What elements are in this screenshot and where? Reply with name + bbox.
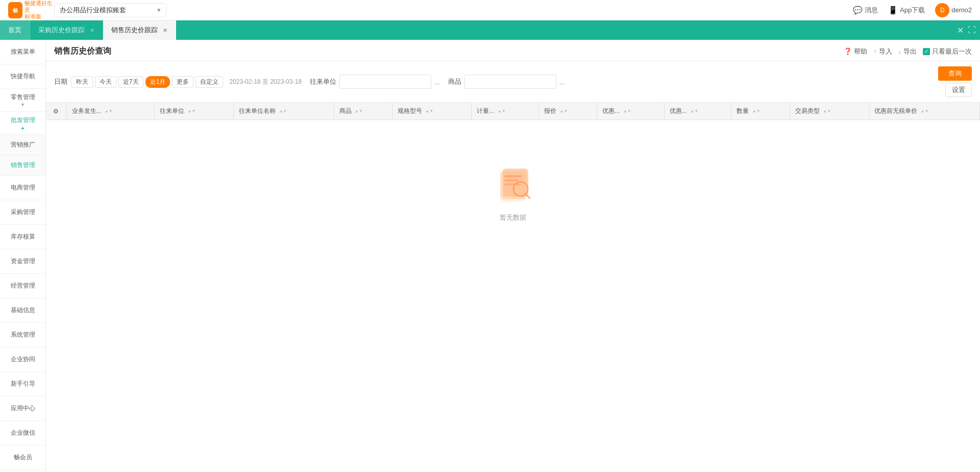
page-header: 销售历史价查询 ❓ 帮助 ↑ 导入 ↓ 导出 ✓	[46, 40, 980, 61]
table-col-unit[interactable]: 计量... ▲▼	[472, 103, 539, 120]
table-col-discount1[interactable]: 优惠... ▲▼	[597, 103, 665, 120]
sort-icon-discount1: ▲▼	[623, 109, 631, 113]
top-right: 💬 消息 📱 App下载 D demo2	[853, 3, 972, 17]
table-col-quantity[interactable]: 数量 ▲▼	[731, 103, 790, 120]
query-button[interactable]: 查询	[938, 66, 972, 81]
goods-filter-group: 商品 ...	[448, 75, 565, 89]
svg-rect-7	[504, 183, 521, 185]
sort-icon-goods: ▲▼	[355, 109, 363, 113]
sort-icon-discount2: ▲▼	[690, 109, 698, 113]
tab-sales-close-icon[interactable]: ✕	[163, 27, 167, 34]
table-col-settings[interactable]: ⚙	[46, 103, 66, 120]
table-col-trade-type[interactable]: 交易类型 ▲▼	[790, 103, 869, 120]
sidebar-item-enterprise-collab[interactable]: 企业协同	[0, 347, 45, 372]
download-icon: 📱	[888, 6, 898, 15]
sidebar: 搜索菜单 快捷导航 零售管理 ▾ 批发管理 ▴ 营销推广 销售管理 电商管理 采…	[0, 40, 46, 472]
app-selector[interactable]: 办公用品行业模拟账套 ▾	[54, 3, 166, 17]
only-last-checkbox[interactable]: ✓ 只看最后一次	[923, 47, 972, 56]
avatar: D	[935, 3, 949, 17]
sidebar-member-label: 畅会员	[14, 453, 32, 462]
tab-close-all-button[interactable]: ✕	[957, 26, 964, 35]
tab-bar: 首页 采购历史价跟踪 ✕ 销售历史价跟踪 ✕ ✕ ⛶	[0, 20, 980, 40]
app-download-button[interactable]: 📱 App下载	[888, 6, 925, 15]
table-col-partner-code[interactable]: 往来单位 ▲▼	[154, 103, 233, 120]
logo-icon: 畅	[8, 2, 22, 18]
tab-home[interactable]: 首页	[0, 20, 30, 40]
sidebar-item-finance[interactable]: 资金管理	[0, 249, 45, 274]
sidebar-item-new-guide[interactable]: 新手引导	[0, 372, 45, 396]
import-button[interactable]: ↑ 导入	[873, 47, 892, 56]
sidebar-system-label: 系统管理	[11, 331, 35, 339]
svg-rect-6	[504, 179, 519, 181]
goods-input[interactable]	[464, 75, 556, 89]
tab-purchase-label: 采购历史价跟踪	[38, 26, 85, 35]
tab-sales-history[interactable]: 销售历史价跟踪 ✕	[103, 20, 176, 40]
user-menu[interactable]: D demo2	[935, 3, 972, 17]
table-col-price[interactable]: 报价 ▲▼	[538, 103, 597, 120]
tab-purchase-close-icon[interactable]: ✕	[90, 27, 94, 34]
sidebar-inventory-label: 库存核算	[11, 232, 35, 241]
sidebar-item-inventory[interactable]: 库存核算	[0, 225, 45, 249]
table-col-partner-name[interactable]: 往来单位名称 ▲▼	[234, 103, 334, 120]
date-btn-custom[interactable]: 自定义	[195, 76, 223, 88]
sort-icon-partner-code: ▲▼	[187, 109, 195, 113]
sort-icon-price: ▲▼	[559, 109, 568, 113]
tab-purchase-history[interactable]: 采购历史价跟踪 ✕	[30, 20, 103, 40]
table-col-spec[interactable]: 规格型号 ▲▼	[393, 103, 472, 120]
settings-icon: ⚙	[53, 108, 59, 115]
goods-dots-button[interactable]: ...	[559, 78, 565, 86]
table-header-row: ⚙ 业务发生... ▲▼ 往来单位 ▲▼ 往来单位名称	[46, 103, 980, 120]
sidebar-item-purchase[interactable]: 采购管理	[0, 200, 45, 225]
partner-input[interactable]	[339, 75, 431, 89]
sidebar-item-operations[interactable]: 经营管理	[0, 274, 45, 298]
settings-button[interactable]: 设置	[945, 83, 972, 97]
home-tab-label: 首页	[8, 26, 21, 35]
date-btn-today[interactable]: 今天	[95, 76, 116, 88]
sidebar-item-search-menu[interactable]: 搜索菜单	[0, 40, 45, 64]
empty-state: 暂无数据	[46, 120, 980, 263]
message-button[interactable]: 💬 消息	[853, 6, 878, 15]
date-btn-last1m[interactable]: 近1月	[145, 76, 170, 88]
sidebar-item-ecommerce[interactable]: 电商管理	[0, 176, 45, 200]
sidebar-item-quick-nav[interactable]: 快捷导航	[0, 64, 45, 89]
date-filter-group: 日期 昨天 今天 近7天 近1月 更多 自定义 2023-02-18 至 202…	[54, 76, 302, 88]
svg-rect-5	[504, 175, 522, 177]
help-button[interactable]: ❓ 帮助	[844, 47, 867, 56]
table-col-biz-date[interactable]: 业务发生... ▲▼	[66, 103, 154, 120]
sidebar-item-app-center[interactable]: 应用中心	[0, 396, 45, 421]
sidebar-item-sales-mgmt[interactable]: 销售管理	[0, 155, 45, 176]
sidebar-basicinfo-label: 基础信息	[11, 306, 35, 315]
sidebar-item-member[interactable]: 畅会员	[0, 445, 45, 470]
tab-maximize-button[interactable]: ⛶	[968, 26, 976, 35]
table-col-goods[interactable]: 商品 ▲▼	[334, 103, 392, 120]
date-btn-more[interactable]: 更多	[172, 76, 193, 88]
sidebar-item-basic-info[interactable]: 基础信息	[0, 298, 45, 323]
date-buttons: 昨天 今天 近7天 近1月 更多 自定义	[71, 76, 223, 88]
sidebar-item-marketing[interactable]: 营销推广	[0, 135, 45, 155]
chevron-down-icon: ▾	[157, 6, 161, 14]
export-button[interactable]: ↓ 导出	[898, 47, 917, 56]
sidebar-item-enterprise-wechat[interactable]: 企业微信	[0, 421, 45, 445]
table-col-pretax-price[interactable]: 优惠前无税单价 ▲▼	[869, 103, 980, 120]
sort-icon-trade-type: ▲▼	[823, 109, 831, 113]
sidebar-appcenter-label: 应用中心	[11, 404, 35, 413]
date-range: 2023-02-18 至 2023-03-18	[229, 78, 301, 86]
sidebar-item-retail-mgmt[interactable]: 零售管理 ▾	[0, 89, 45, 112]
top-header: 畅 畅捷通好生意 标准版 办公用品行业模拟账套 ▾ 💬 消息 📱 App下载 D…	[0, 0, 980, 20]
sidebar-wholesale-label: 批发管理	[11, 116, 35, 125]
import-icon: ↑	[873, 48, 877, 55]
only-last-label: 只看最后一次	[932, 47, 972, 56]
help-icon: ❓	[844, 48, 852, 55]
sidebar-ecommerce-label: 电商管理	[11, 183, 35, 192]
sort-icon-pretax-price: ▲▼	[921, 109, 929, 113]
date-btn-yesterday[interactable]: 昨天	[71, 76, 93, 88]
sidebar-item-wholesale-mgmt[interactable]: 批发管理 ▴	[0, 112, 45, 135]
partner-dots-button[interactable]: ...	[434, 78, 440, 86]
svg-text:畅: 畅	[13, 8, 18, 13]
content-area: 销售历史价查询 ❓ 帮助 ↑ 导入 ↓ 导出 ✓	[46, 40, 980, 472]
app-selector-text: 办公用品行业模拟账套	[60, 6, 126, 15]
page-title: 销售历史价查询	[54, 46, 111, 57]
date-btn-last7[interactable]: 近7天	[118, 76, 143, 88]
table-col-discount2[interactable]: 优惠... ▲▼	[664, 103, 731, 120]
sidebar-item-system[interactable]: 系统管理	[0, 323, 45, 347]
